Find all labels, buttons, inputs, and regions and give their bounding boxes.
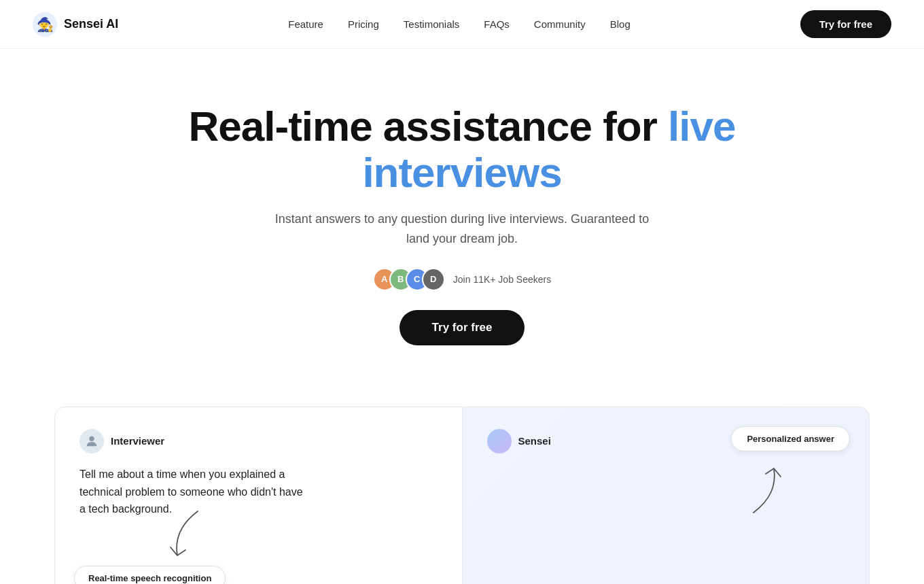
brand-name: Sensei AI xyxy=(64,17,118,31)
logo[interactable]: 🧙 Sensei AI xyxy=(33,12,118,37)
hero-cta-button[interactable]: Try for free xyxy=(399,310,525,345)
svg-point-0 xyxy=(89,436,94,441)
nav-feature[interactable]: Feature xyxy=(288,18,323,30)
personalized-answer-badge: Personalized answer xyxy=(731,426,850,451)
logo-icon: 🧙 xyxy=(33,12,57,37)
interviewer-name: Interviewer xyxy=(111,435,164,447)
hero-subtitle: Instant answers to any question during l… xyxy=(272,209,652,249)
nav-community[interactable]: Community xyxy=(534,18,586,30)
nav-cta-button[interactable]: Try for free xyxy=(800,10,891,38)
sensei-name: Sensei xyxy=(518,435,551,447)
interviewer-avatar xyxy=(79,429,104,453)
nav-links: Feature Pricing Testimonials FAQs Commun… xyxy=(288,18,630,30)
hero-title-text: Real-time assistance for xyxy=(189,103,669,150)
interviewer-panel: Interviewer Tell me about a time when yo… xyxy=(54,407,463,584)
avatar: D xyxy=(422,268,445,291)
arrow-left-icon xyxy=(164,508,205,562)
social-proof: A B C D Join 11K+ Job Seekers xyxy=(373,268,551,291)
hero-section: Real-time assistance for live interviews… xyxy=(0,49,924,386)
hero-title: Real-time assistance for live interviews xyxy=(170,103,754,196)
social-proof-text: Join 11K+ Job Seekers xyxy=(453,274,551,285)
nav-testimonials[interactable]: Testimonials xyxy=(404,18,460,30)
sensei-panel: Sensei Personalized answer xyxy=(463,407,870,584)
sensei-avatar xyxy=(487,429,512,453)
nav-pricing[interactable]: Pricing xyxy=(348,18,379,30)
nav-faqs[interactable]: FAQs xyxy=(484,18,510,30)
interviewer-speaker: Interviewer xyxy=(79,429,438,453)
navigation: 🧙 Sensei AI Feature Pricing Testimonials… xyxy=(0,0,924,49)
speech-recognition-badge: Real-time speech recognition xyxy=(74,566,226,584)
arrow-right-icon xyxy=(747,462,787,516)
demo-section: Interviewer Tell me about a time when yo… xyxy=(0,407,924,584)
nav-blog[interactable]: Blog xyxy=(610,18,630,30)
avatars: A B C D xyxy=(373,268,445,291)
